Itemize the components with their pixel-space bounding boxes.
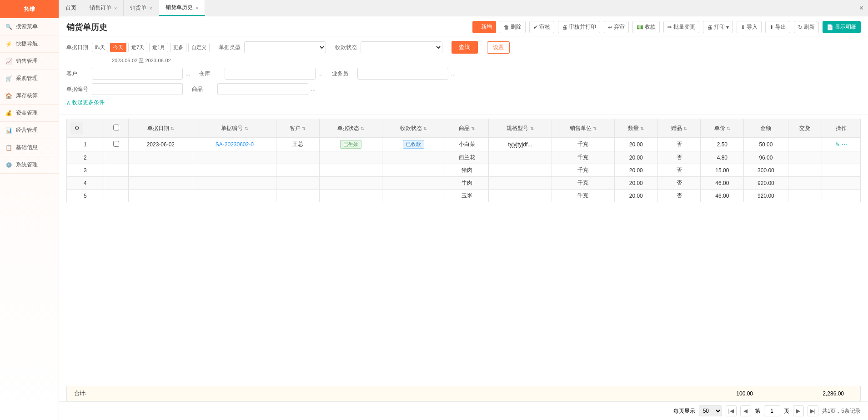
first-page-button[interactable]: |◀ — [726, 405, 737, 416]
customer-dots[interactable]: ... — [186, 70, 190, 77]
cell-payment-status — [382, 190, 445, 202]
cell-checkbox[interactable] — [104, 164, 128, 177]
col-payment-status-sort[interactable]: ⇅ — [423, 126, 427, 131]
tab-home[interactable]: 首页 — [59, 0, 83, 16]
page-number-input[interactable] — [764, 405, 780, 416]
date-btn-today[interactable]: 今天 — [110, 43, 126, 52]
col-qty-label: 数量 — [628, 125, 639, 131]
product-dots[interactable]: ... — [311, 86, 316, 92]
tab-sales-history-close[interactable]: × — [196, 5, 198, 10]
sidebar-item-search-menu[interactable]: 🔍 搜索菜单 — [0, 18, 59, 35]
col-sales-unit-label: 销售单位 — [570, 125, 592, 131]
collapse-button[interactable]: ∧ 收起更多条件 — [66, 99, 105, 106]
brand-label: 拓维 — [24, 5, 35, 13]
total-info: 共1页，5条记录 — [822, 407, 861, 415]
date-btn-more[interactable]: 更多 — [170, 43, 186, 52]
doc-type-select[interactable] — [244, 41, 326, 53]
col-sales-unit-sort[interactable]: ⇅ — [593, 126, 597, 131]
cell-gift: 否 — [657, 190, 701, 202]
col-doc-no: 单据编号 ⇅ — [193, 119, 276, 138]
print-button[interactable]: 🖨 打印 ▾ — [703, 21, 733, 33]
abandon-button[interactable]: ↩ 弃审 — [604, 21, 629, 33]
data-table: ⚙ 单据日期 ⇅ 单据编号 ⇅ 客户 ⇅ — [66, 119, 861, 202]
col-qty-sort[interactable]: ⇅ — [640, 126, 644, 131]
query-button[interactable]: 查询 — [452, 41, 478, 54]
tab-sales-history[interactable]: 销货单历史 × — [159, 0, 205, 16]
settings-gear-icon[interactable]: ⚙ — [70, 122, 83, 135]
delete-button[interactable]: 🗑 删除 — [500, 21, 526, 33]
row-checkbox[interactable] — [113, 141, 119, 147]
col-gift-sort[interactable]: ⇅ — [683, 126, 687, 131]
cell-product: 牛肉 — [445, 177, 489, 190]
sidebar-item-label: 销售管理 — [16, 57, 38, 65]
col-doc-status-sort[interactable]: ⇅ — [361, 126, 364, 131]
cell-doc-no: SA-20230602-0 — [193, 138, 276, 151]
refresh-button[interactable]: ↻ 刷新 — [794, 21, 819, 33]
customer-input[interactable] — [92, 68, 183, 80]
audit-print-button[interactable]: 🖨 审核并打印 — [558, 21, 600, 33]
warehouse-input[interactable] — [225, 68, 316, 80]
export-button[interactable]: ⬆ 导出 — [765, 21, 790, 33]
product-input[interactable] — [217, 83, 308, 95]
collect-button[interactable]: 💵 收款 — [632, 21, 660, 33]
abandon-icon: ↩ — [608, 24, 612, 30]
pagination: 每页显示 50 100 |◀ ◀ 第 页 ▶ ▶| 共1页，5条记录 — [59, 401, 868, 420]
cell-transaction — [788, 138, 822, 151]
tab-sales-order[interactable]: 销售订单 × — [83, 0, 124, 16]
date-btn-custom[interactable]: 自定义 — [188, 43, 210, 52]
col-spec-sort[interactable]: ⇅ — [530, 126, 534, 131]
add-label: 新增 — [481, 23, 492, 31]
date-btn-7days[interactable]: 近7天 — [128, 43, 147, 52]
sidebar-item-quick-nav[interactable]: ⚡ 快捷导航 — [0, 35, 59, 53]
col-doc-no-sort[interactable]: ⇅ — [245, 126, 248, 131]
sidebar-item-sys-mgmt[interactable]: ⚙️ 系统管理 — [0, 156, 59, 174]
window-close-button[interactable]: × — [859, 4, 863, 12]
col-checkbox[interactable] — [104, 119, 128, 138]
next-page-button[interactable]: ▶ — [793, 405, 804, 416]
cell-checkbox[interactable] — [104, 138, 128, 151]
date-btn-1month[interactable]: 近1月 — [149, 43, 168, 52]
staff-input[interactable] — [357, 68, 448, 80]
col-unit-price-sort[interactable]: ⇅ — [727, 126, 730, 131]
more-action[interactable]: ⋯ — [842, 141, 847, 148]
cell-checkbox[interactable] — [104, 190, 128, 202]
tab-sales-order-close[interactable]: × — [114, 5, 117, 11]
cell-doc-date — [128, 177, 193, 190]
warehouse-dots[interactable]: ... — [318, 70, 323, 77]
batch-change-button[interactable]: ✏ 批量变更 — [663, 21, 699, 33]
sidebar-item-base-info[interactable]: 📋 基础信息 — [0, 139, 59, 156]
col-settings[interactable]: ⚙ — [67, 119, 104, 138]
sidebar-item-sales-mgmt[interactable]: 📈 销售管理 — [0, 53, 59, 70]
cell-transaction — [788, 164, 822, 177]
setting-button[interactable]: 设置 — [487, 41, 510, 54]
tab-sales-shipment-close[interactable]: × — [149, 5, 152, 11]
status-badge-effective: 已生效 — [340, 140, 361, 149]
cell-spec: tyjyjtyjdf... — [489, 138, 552, 151]
sidebar-item-label: 库存核算 — [16, 92, 38, 100]
payment-status-select[interactable] — [361, 41, 442, 53]
sidebar-item-inventory[interactable]: 🏠 库存核算 — [0, 87, 59, 105]
col-doc-date-sort[interactable]: ⇅ — [171, 126, 174, 131]
edit-action[interactable]: ✎ — [835, 141, 840, 148]
add-button[interactable]: + 新增 — [472, 21, 496, 33]
cell-checkbox[interactable] — [104, 177, 128, 190]
date-btn-yesterday[interactable]: 昨天 — [92, 43, 108, 52]
last-page-button[interactable]: ▶| — [808, 405, 818, 416]
import-button[interactable]: ⬇ 导入 — [737, 21, 762, 33]
audit-button[interactable]: ✔ 审核 — [529, 21, 554, 33]
doc-no-link[interactable]: SA-20230602-0 — [216, 141, 254, 148]
tab-sales-shipment[interactable]: 销货单 × — [124, 0, 159, 16]
prev-page-button[interactable]: ◀ — [740, 405, 751, 416]
doc-no-input[interactable] — [92, 83, 183, 95]
staff-dots[interactable]: ... — [451, 70, 456, 77]
select-all-checkbox[interactable] — [113, 125, 119, 130]
col-product-sort[interactable]: ⇅ — [471, 126, 475, 131]
per-page-select[interactable]: 50 100 — [699, 405, 722, 416]
sidebar-item-finance[interactable]: 💰 资金管理 — [0, 105, 59, 122]
col-customer-sort[interactable]: ⇅ — [302, 126, 306, 131]
cell-checkbox[interactable] — [104, 151, 128, 164]
sidebar-item-operations[interactable]: 📊 经营管理 — [0, 122, 59, 139]
show-detail-button[interactable]: 📄 显示明细 — [823, 21, 861, 33]
add-icon: + — [477, 24, 480, 30]
sidebar-item-purchase-mgmt[interactable]: 🛒 采购管理 — [0, 70, 59, 87]
